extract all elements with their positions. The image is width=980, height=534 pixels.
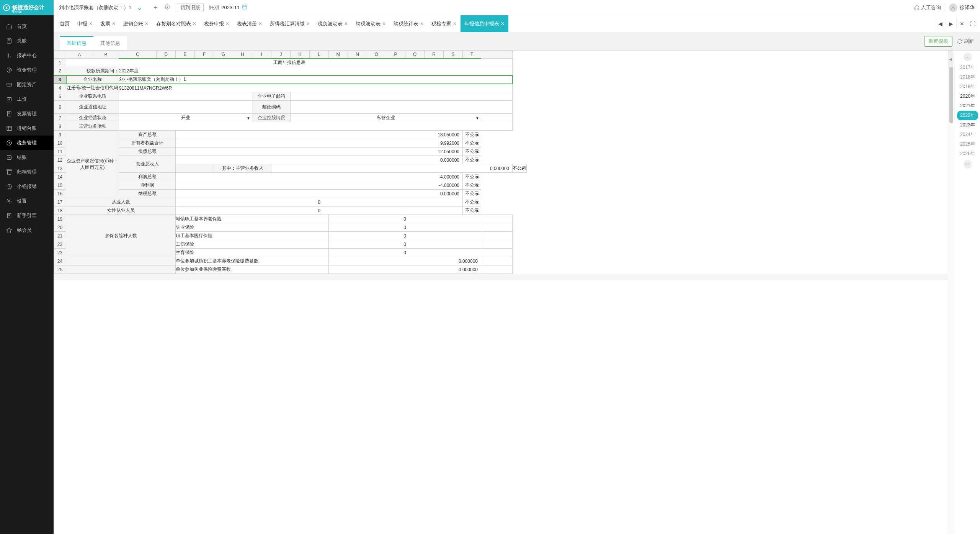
consult-button[interactable]: 人工咨询 — [914, 4, 941, 11]
year-item[interactable]: 2026年 — [957, 149, 978, 159]
col-head[interactable]: D — [157, 51, 176, 59]
row-head[interactable]: 25 — [54, 265, 66, 274]
row-head[interactable]: 23 — [54, 249, 66, 257]
col-head[interactable]: Q — [405, 51, 425, 59]
addr-value-cell[interactable] — [119, 101, 252, 114]
row-head[interactable]: 20 — [54, 223, 66, 232]
asset-row-value[interactable]: 18.050000 — [176, 131, 463, 139]
nav-purchasesale[interactable]: 进销台账 — [0, 121, 54, 136]
publish-dropdown[interactable]: 不公示▼ — [513, 164, 527, 173]
publish-dropdown[interactable]: 不公示▼ — [463, 206, 481, 215]
tab-close-icon[interactable]: ✕ — [501, 21, 505, 26]
col-head[interactable]: E — [176, 51, 195, 59]
year-up-icon[interactable]: ︿ — [964, 53, 972, 61]
phone-value-cell[interactable] — [119, 92, 252, 101]
col-head[interactable]: G — [214, 51, 233, 59]
tab-close-icon[interactable]: ✕ — [225, 21, 229, 26]
col-head[interactable]: O — [367, 51, 386, 59]
publish-dropdown[interactable]: 不公示▼ — [463, 131, 481, 139]
col-head[interactable]: K — [291, 51, 310, 59]
col-head[interactable]: M — [329, 51, 348, 59]
tab-close-icon[interactable]: ✕ — [258, 21, 262, 26]
col-head[interactable]: C — [119, 51, 157, 59]
zip-value-cell[interactable] — [291, 101, 513, 114]
tab-close-icon[interactable]: ✕ — [453, 21, 457, 26]
asset-row-value[interactable]: 0.000000 — [176, 190, 463, 198]
asset-row-value[interactable]: -4.000000 — [176, 181, 463, 190]
subtab-basic[interactable]: 基础信息 — [60, 36, 93, 50]
tab-item[interactable]: 税负波动表✕ — [314, 15, 352, 32]
tab-item[interactable]: 税表清册✕ — [233, 15, 266, 32]
row-head[interactable]: 7 — [54, 114, 66, 122]
publish-dropdown[interactable]: 不公示▼ — [463, 147, 481, 156]
nav-salary[interactable]: 工资 — [0, 92, 54, 106]
publish-dropdown[interactable]: 不公示▼ — [463, 139, 481, 147]
col-head[interactable]: P — [386, 51, 405, 59]
horizontal-scrollbar[interactable] — [54, 274, 948, 280]
publish-dropdown[interactable]: 不公示▼ — [463, 190, 481, 198]
vertical-scrollbar[interactable]: ◀ — [948, 51, 955, 534]
tab-item[interactable]: 存货别名对照表✕ — [152, 15, 200, 32]
regno-value-cell[interactable]: 91320811MA7NGR2W6R — [119, 84, 513, 92]
col-head[interactable]: L — [310, 51, 329, 59]
nav-invoice[interactable]: 发票管理 — [0, 106, 54, 121]
col-head[interactable]: R — [425, 51, 444, 59]
row-head[interactable]: 22 — [54, 240, 66, 249]
col-head[interactable]: S — [444, 51, 463, 59]
user-menu[interactable]: 徐泽华 — [949, 3, 975, 12]
switch-old-version-button[interactable]: 切到旧版 — [177, 3, 204, 12]
sheet-scroll[interactable]: ABCDEFGHIJKLMNOPQRST1工商年报信息表2税款所属期间：2022… — [54, 51, 948, 534]
nav-home[interactable]: 首页 — [0, 19, 54, 34]
tab-item[interactable]: 所得税汇算清缴✕ — [266, 15, 314, 32]
nav-fund[interactable]: 资金管理 — [0, 63, 54, 77]
tab-close-icon[interactable]: ✕ — [193, 21, 196, 26]
publish-dropdown[interactable]: 不公示▼ — [463, 198, 481, 206]
collapse-year-panel-icon[interactable]: ◀ — [948, 51, 953, 67]
nav-ledger[interactable]: 总账 — [0, 34, 54, 48]
nav-close[interactable]: 结账 — [0, 150, 54, 165]
tab-close-icon[interactable]: ✕ — [420, 21, 424, 26]
nav-report[interactable]: 报表中心 — [0, 48, 54, 63]
row-head[interactable]: 17 — [54, 198, 66, 206]
ins-row-value[interactable]: 0 — [329, 249, 481, 257]
tab-item[interactable]: 申报✕ — [74, 15, 96, 32]
tab-item[interactable]: 首页 — [56, 15, 74, 32]
row-head[interactable]: 8 — [54, 122, 66, 131]
base-row-value[interactable]: 0.000000 — [329, 265, 481, 274]
account-name[interactable]: 刘小艳演示账套（勿删勿动！）1 — [59, 4, 131, 11]
publish-dropdown[interactable]: 不公示▼ — [463, 156, 481, 164]
year-item[interactable]: 2019年 — [957, 82, 978, 92]
year-item[interactable]: 2025年 — [957, 139, 978, 149]
account-dropdown-icon[interactable]: ⌄ — [137, 3, 142, 12]
col-head[interactable]: A — [66, 51, 93, 59]
row-head[interactable]: 18 — [54, 206, 66, 215]
row-head[interactable]: 12 — [54, 156, 66, 164]
asset-row-value[interactable]: -4.000000 — [176, 173, 463, 181]
year-item[interactable]: 2018年 — [957, 72, 978, 82]
tab-close-icon[interactable]: ✕ — [112, 21, 116, 26]
row-head[interactable]: 3 — [54, 75, 66, 84]
tab-close-icon[interactable]: ✕ — [382, 21, 386, 26]
asset-row-value[interactable]: 0.000000 — [176, 156, 463, 164]
col-head[interactable]: I — [252, 51, 271, 59]
tab-next-icon[interactable]: ▶ — [946, 18, 956, 29]
row-head[interactable]: 21 — [54, 232, 66, 240]
row-head[interactable]: 4 — [54, 84, 66, 92]
col-head[interactable]: F — [195, 51, 214, 59]
col-head[interactable]: J — [271, 51, 291, 59]
add-icon[interactable]: ＋ — [149, 3, 162, 11]
tab-close-icon[interactable]: ✕ — [89, 21, 93, 26]
tab-item[interactable]: 纳税统计表✕ — [390, 15, 428, 32]
emp-value-cell[interactable]: 0 — [176, 198, 463, 206]
tab-item[interactable]: 发票✕ — [96, 15, 119, 32]
row-head[interactable]: 16 — [54, 190, 66, 198]
corner-cell[interactable] — [54, 51, 66, 59]
tab-close-all-icon[interactable]: ✕ — [956, 18, 967, 29]
ins-row-value[interactable]: 0 — [329, 215, 481, 223]
nav-settings[interactable]: 设置 — [0, 194, 54, 208]
tab-item[interactable]: 进销台账✕ — [119, 15, 152, 32]
tab-close-icon[interactable]: ✕ — [344, 21, 348, 26]
email-value-cell[interactable] — [291, 92, 513, 101]
publish-dropdown[interactable]: 不公示▼ — [463, 181, 481, 190]
col-head[interactable]: H — [233, 51, 252, 59]
